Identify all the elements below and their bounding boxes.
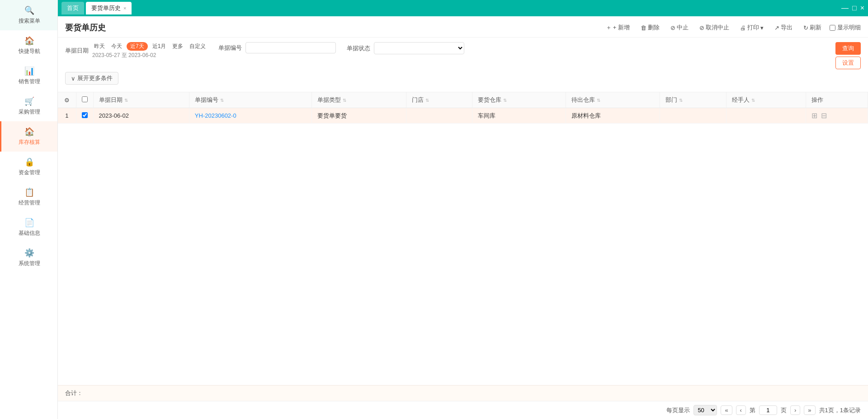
th-settings[interactable]: ⚙ xyxy=(58,92,76,108)
row-doc-number[interactable]: YH-20230602-0 xyxy=(189,108,311,124)
row-store xyxy=(406,108,472,124)
sidebar-item-operations[interactable]: 📋 经营管理 xyxy=(0,182,57,212)
table-container[interactable]: ⚙ 单据日期 ⇅ 单据编号 xyxy=(58,92,868,385)
display-detail-checkbox-label[interactable]: 显示明细 xyxy=(830,24,861,32)
filter-actions: 查询 设置 xyxy=(835,42,861,69)
next-page-btn[interactable]: › xyxy=(790,405,800,415)
stop-button[interactable]: ⊘ 中止 xyxy=(668,22,691,33)
expand-more-button[interactable]: ∨ 展开更多条件 xyxy=(65,72,118,85)
shortcut-yesterday[interactable]: 昨天 xyxy=(92,42,107,51)
delete-icon: 🗑 xyxy=(641,24,646,31)
header-actions: ＋ + 新增 🗑 删除 ⊘ 中止 ⊘ 取消中止 🖨 打印 xyxy=(603,22,861,33)
table-header-row: ⚙ 单据日期 ⇅ 单据编号 xyxy=(58,92,868,108)
print-button[interactable]: 🖨 打印 ▾ xyxy=(737,22,766,33)
shortcut-custom[interactable]: 自定义 xyxy=(188,42,208,51)
prev-page-btn[interactable]: ‹ xyxy=(736,405,746,415)
sidebar-item-label: 库存核算 xyxy=(19,138,40,146)
window-minimize-btn[interactable]: — xyxy=(841,4,849,12)
tab-home-label: 首页 xyxy=(67,4,79,12)
display-detail-label: 显示明细 xyxy=(837,24,861,32)
doc-number-link[interactable]: YH-20230602-0 xyxy=(195,112,236,119)
sidebar-item-finance[interactable]: 🔒 资金管理 xyxy=(0,152,57,182)
window-maximize-btn[interactable]: □ xyxy=(852,4,857,12)
th-checkbox[interactable] xyxy=(76,92,93,108)
print-label: 打印 xyxy=(747,24,759,32)
th-req-warehouse[interactable]: 要货仓库 ⇅ xyxy=(472,92,566,108)
display-detail-checkbox[interactable] xyxy=(830,25,835,31)
sidebar-item-sales[interactable]: 📊 销售管理 xyxy=(0,61,57,91)
window-close-btn[interactable]: × xyxy=(860,4,864,12)
row-more-btn[interactable]: ⊟ xyxy=(821,111,827,120)
sidebar-item-purchase[interactable]: 🛒 采购管理 xyxy=(0,91,57,121)
tab-home[interactable]: 首页 xyxy=(61,2,84,14)
row-doc-date: 2023-06-02 xyxy=(93,108,189,124)
th-doc-date[interactable]: 单据日期 ⇅ xyxy=(93,92,189,108)
stop-icon: ⊘ xyxy=(670,24,675,31)
th-pending-warehouse[interactable]: 待出仓库 ⇅ xyxy=(566,92,660,108)
inventory-icon: 🏠 xyxy=(24,127,34,137)
th-req-warehouse-label: 要货仓库 xyxy=(478,96,501,104)
refresh-button[interactable]: ↻ 刷新 xyxy=(801,22,824,33)
th-doc-type[interactable]: 单据类型 ⇅ xyxy=(311,92,406,108)
shortcut-1month[interactable]: 近1月 xyxy=(151,42,168,51)
system-icon: ⚙️ xyxy=(24,248,34,258)
th-pending-warehouse-label: 待出仓库 xyxy=(571,96,595,104)
row-checkbox[interactable] xyxy=(82,112,88,118)
refresh-icon: ↻ xyxy=(803,24,808,31)
th-doc-number[interactable]: 单据编号 ⇅ xyxy=(189,92,311,108)
doc-status-select[interactable] xyxy=(374,42,464,54)
th-doc-type-label: 单据类型 xyxy=(317,96,341,104)
select-all-checkbox[interactable] xyxy=(82,96,88,102)
add-icon: ＋ xyxy=(606,24,612,32)
settings-button[interactable]: 设置 xyxy=(835,57,861,69)
expand-more-label: 展开更多条件 xyxy=(77,74,113,82)
sidebar-item-basic-info[interactable]: 📄 基础信息 xyxy=(0,212,57,243)
th-store[interactable]: 门店 ⇅ xyxy=(406,92,472,108)
doc-number-input[interactable] xyxy=(245,42,336,53)
table-row[interactable]: 1 2023-06-02 YH-20230602-0 要货单要货 车间库 原材料… xyxy=(58,108,868,124)
total-info: 共1页，1条记录 xyxy=(819,406,861,414)
summary-label: 合计： xyxy=(65,390,83,396)
tab-requisition-history[interactable]: 要货单历史 × xyxy=(86,2,132,14)
page-number-input[interactable] xyxy=(759,405,777,415)
doc-status-filter-group: 单据状态 xyxy=(347,42,464,54)
sidebar-item-search-menu[interactable]: 🔍 搜索菜单 xyxy=(0,0,57,30)
sidebar-item-quick-nav[interactable]: 🏠 快捷导航 xyxy=(0,30,57,61)
sort-arrows-handler: ⇅ xyxy=(751,98,755,103)
expand-more-icon: ∨ xyxy=(71,75,75,82)
th-doc-date-label: 单据日期 xyxy=(99,96,123,104)
sort-arrows-req-warehouse: ⇅ xyxy=(503,98,507,103)
date-range-text: 2023-05-27 至 2023-06-02 xyxy=(92,52,208,59)
row-doc-type: 要货单要货 xyxy=(311,108,406,124)
export-button[interactable]: ↗ 导出 xyxy=(772,22,795,33)
first-page-btn[interactable]: « xyxy=(721,405,732,415)
shortcut-today[interactable]: 今天 xyxy=(109,42,124,51)
per-page-label: 每页显示 xyxy=(666,406,690,414)
last-page-btn[interactable]: » xyxy=(804,405,815,415)
row-checkbox-cell[interactable] xyxy=(76,108,93,124)
th-handler[interactable]: 经手人 ⇅ xyxy=(726,92,806,108)
sort-arrows-store: ⇅ xyxy=(425,98,429,103)
export-icon: ↗ xyxy=(774,24,779,31)
cancel-stop-icon: ⊘ xyxy=(699,24,704,31)
sort-arrows-department: ⇅ xyxy=(679,98,683,103)
cancel-stop-button[interactable]: ⊘ 取消中止 xyxy=(697,22,732,33)
sidebar-item-system[interactable]: ⚙️ 系统管理 xyxy=(0,243,57,273)
th-department[interactable]: 部门 ⇅ xyxy=(660,92,726,108)
shortcut-more[interactable]: 更多 xyxy=(170,42,185,51)
delete-button[interactable]: 🗑 删除 xyxy=(638,22,662,33)
search-menu-icon: 🔍 xyxy=(24,5,34,15)
refresh-label: 刷新 xyxy=(810,24,821,32)
sidebar-item-inventory[interactable]: 🏠 库存核算 xyxy=(0,121,57,152)
sidebar-item-label: 基础信息 xyxy=(19,229,40,237)
per-page-select[interactable]: 50 20 100 200 xyxy=(693,405,717,415)
print-dropdown-icon: ▾ xyxy=(760,24,764,31)
query-button[interactable]: 查询 xyxy=(835,42,861,55)
sort-arrows-doc-date: ⇅ xyxy=(124,98,128,103)
add-button[interactable]: ＋ + 新增 xyxy=(603,22,632,33)
tab-close-icon[interactable]: × xyxy=(123,5,126,11)
th-handler-label: 经手人 xyxy=(732,96,750,104)
shortcut-7days[interactable]: 近7天 xyxy=(127,42,148,51)
row-edit-btn[interactable]: ⊞ xyxy=(811,111,817,120)
print-icon: 🖨 xyxy=(740,24,746,31)
